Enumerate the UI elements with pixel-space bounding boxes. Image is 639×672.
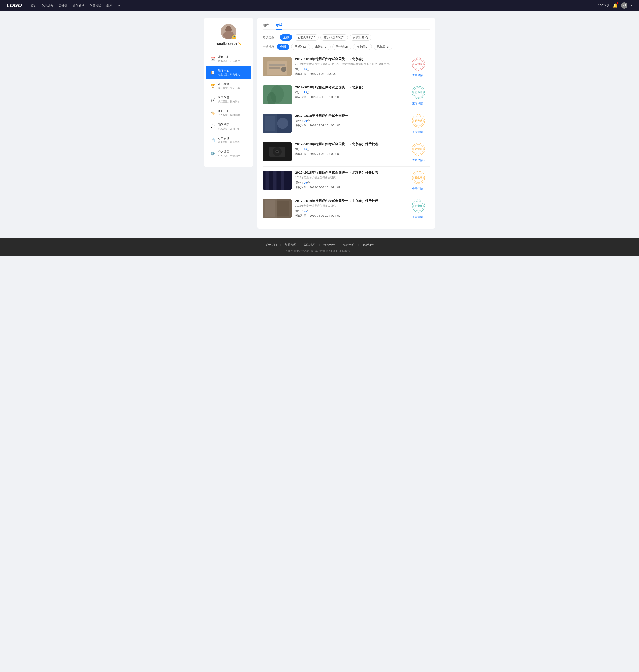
sidebar-item-qa[interactable]: 💬 学习问答 课后重温、疑难解答 — [206, 93, 251, 106]
sidebar-item-settings[interactable]: ⚙️ 个人设置 个人信息、一键管理 — [206, 147, 251, 160]
exam-status-wrap-2: 已通过 查看详情 › — [407, 85, 430, 106]
sidebar-label-account: 账户中心 — [218, 109, 240, 113]
nav-link-新闻资讯[interactable]: 新闻资讯 — [73, 3, 84, 7]
sidebar-sub-orders: 订单支出、明明白白 — [218, 141, 240, 144]
exam-detail-link-1[interactable]: 查看详情 › — [412, 74, 424, 77]
nav-link-首页[interactable]: 首页 — [31, 3, 36, 7]
nav-bell[interactable]: 🔔 — [613, 3, 618, 8]
exam-stamp-1: 未通过 — [411, 57, 425, 71]
sidebar-item-account[interactable]: 🏷️ 账户中心 个人权益、实时掌握 — [206, 107, 251, 119]
exam-item-6: 2017–2018年行测证件考试全国统一（北京卷）付费批卷 2018年行测考试是… — [263, 195, 430, 223]
exam-type-btn-2[interactable]: 随机抽题考试(5) — [321, 34, 348, 41]
tab-question-bank[interactable]: 题库 — [263, 23, 269, 30]
exam-type-btn-0[interactable]: 全部 — [280, 34, 292, 41]
exam-thumb-2 — [263, 85, 292, 105]
sidebar-text-settings: 个人设置 个人信息、一键管理 — [218, 150, 240, 158]
exam-info-6: 2017–2018年行测证件考试全国统一（北京卷）付费批卷 2018年行测考试是… — [295, 199, 404, 218]
exam-item-3: 2017–2018年行测证件考试全国统一 得分：99分 考试时间：2019-05… — [263, 110, 430, 138]
svg-point-31 — [277, 151, 278, 153]
sidebar-item-orders[interactable]: 📄 订单管理 订单支出、明明白白 — [206, 133, 251, 147]
svg-text:待批阅: 待批阅 — [415, 176, 422, 179]
sidebar-name-text: Natalie Smith — [216, 42, 237, 46]
exam-thumb-5 — [263, 171, 292, 190]
sidebar-sub-certificate: 收获荣誉、持证上岗 — [218, 86, 240, 90]
exam-info-3: 2017–2018年行测证件考试全国统一 得分：99分 考试时间：2019-05… — [295, 114, 404, 128]
exam-detail-link-2[interactable]: 查看详情 › — [412, 102, 424, 106]
exam-stamp-6: 已批阅 — [411, 199, 425, 213]
nav-link-公开课[interactable]: 公开课 — [59, 3, 67, 7]
exam-status-filter-row: 考试状态 全部已通过(2)未通过(2)待考试(2)待批阅(2)已批阅(2) — [263, 44, 430, 50]
exam-time-1: 考试时间：2019-05-03 10:09:09 — [295, 72, 404, 76]
sidebar-label-question-bank: 题库中心 — [218, 68, 240, 73]
exam-desc-5: 2018年行测考试是最值得多去研究 — [295, 176, 402, 179]
footer-link-1[interactable]: 加盟代理 — [281, 243, 300, 247]
sidebar-item-messages[interactable]: 💭 我的消息 消息通知、及时了解 — [206, 120, 251, 133]
nav-app-download[interactable]: APP下载 — [598, 3, 609, 7]
exam-type-btn-1[interactable]: 证书类考试(4) — [294, 34, 318, 41]
exam-detail-link-6[interactable]: 查看详情 › — [412, 215, 424, 219]
main-content: 题库 考试 考试类型： 全部证书类考试(4)随机抽题考试(5)付费批卷(6) 考… — [258, 18, 435, 229]
exam-stamp-3: 待考试 — [411, 114, 425, 128]
exam-status-btn-1[interactable]: 已通过(2) — [291, 44, 310, 50]
footer: 关于我们 | 加盟代理 | 网站地图 | 合作伙伴 | 免责声明 | 招贤纳士 … — [0, 238, 639, 256]
exam-score-4: 得分：25分 — [295, 147, 404, 151]
sidebar-label-messages: 我的消息 — [218, 123, 240, 127]
sidebar-menu: 📅 课程中心 精彩课程、不容错过 📋 题库中心 海量习题、助力通关 🏆 证书荣誉… — [204, 50, 253, 162]
sidebar-item-question-bank[interactable]: 📋 题库中心 海量习题、助力通关 — [206, 66, 251, 79]
footer-link-2[interactable]: 网站地图 — [300, 243, 319, 247]
footer-link-5[interactable]: 招贤纳士 — [359, 243, 377, 247]
svg-rect-7 — [269, 64, 285, 66]
sidebar-item-certificate[interactable]: 🏆 证书荣誉 收获荣誉、持证上岗 — [206, 79, 251, 93]
sidebar-text-question-bank: 题库中心 海量习题、助力通关 — [218, 68, 240, 76]
sidebar-sub-settings: 个人信息、一键管理 — [218, 154, 240, 158]
exam-list: 2017–2018年行测证件考试全国统一（北京卷） 2018年行测考试是最值得多… — [263, 53, 430, 223]
exam-title-2: 2017–2018年行测证件考试全国统一（北京卷） — [295, 85, 404, 90]
footer-links: 关于我们 | 加盟代理 | 网站地图 | 合作伙伴 | 免责声明 | 招贤纳士 — [0, 243, 639, 247]
exam-type-btn-3[interactable]: 付费批卷(6) — [350, 34, 371, 41]
sidebar: 🏅 Natalie Smith ✏️ 📅 课程中心 精彩课程、不容错过 📋 题库… — [204, 18, 253, 167]
sidebar-icon-messages: 💭 — [211, 124, 215, 129]
exam-status-btn-2[interactable]: 未通过(2) — [312, 44, 331, 50]
sidebar-edit-icon[interactable]: ✏️ — [238, 42, 241, 45]
navbar: LOGO 首页发现课程公开课新闻资讯问答社区题库··· APP下载 🔔 NS ▾ — [0, 0, 639, 11]
nav-avatar[interactable]: NS — [621, 2, 627, 9]
exam-status-wrap-5: 待批阅 查看详情 › — [407, 171, 430, 191]
exam-status-label: 考试状态 — [263, 45, 274, 49]
footer-link-0[interactable]: 关于我们 — [262, 243, 280, 247]
exam-time-6: 考试时间：2019-05-03 10：09：09 — [295, 214, 404, 218]
sidebar-item-course[interactable]: 📅 课程中心 精彩课程、不容错过 — [206, 52, 251, 65]
exam-type-label: 考试类型： — [263, 35, 277, 39]
exam-title-6: 2017–2018年行测证件考试全国统一（北京卷）付费批卷 — [295, 199, 404, 203]
nav-links: 首页发现课程公开课新闻资讯问答社区题库··· — [31, 3, 598, 7]
footer-link-3[interactable]: 合作伙伴 — [320, 243, 339, 247]
nav-link-问答社区[interactable]: 问答社区 — [90, 3, 101, 7]
nav-link-···[interactable]: ··· — [118, 3, 120, 7]
nav-link-发现课程[interactable]: 发现课程 — [42, 3, 53, 7]
nav-link-题库[interactable]: 题库 — [107, 3, 112, 7]
exam-detail-link-3[interactable]: 查看详情 › — [412, 130, 424, 134]
tab-exam[interactable]: 考试 — [276, 23, 282, 30]
exam-status-btn-3[interactable]: 待考试(2) — [332, 44, 351, 50]
notification-dot — [617, 2, 618, 4]
nav-logo[interactable]: LOGO — [7, 3, 22, 9]
exam-time-4: 考试时间：2019-05-03 10：09：09 — [295, 152, 404, 156]
exam-detail-link-5[interactable]: 查看详情 › — [412, 187, 424, 191]
footer-link-4[interactable]: 免责声明 — [339, 243, 358, 247]
exam-status-btn-4[interactable]: 待批阅(2) — [353, 44, 372, 50]
exam-time-3: 考试时间：2019-05-03 10：09：09 — [295, 124, 404, 128]
sidebar-label-course: 课程中心 — [218, 55, 240, 59]
svg-text:已通过: 已通过 — [415, 91, 422, 94]
sidebar-text-account: 账户中心 个人权益、实时掌握 — [218, 109, 240, 117]
exam-thumb-4 — [263, 142, 292, 161]
svg-rect-8 — [269, 67, 280, 69]
nav-dropdown-arrow[interactable]: ▾ — [631, 4, 632, 7]
exam-item-1: 2017–2018年行测证件考试全国统一（北京卷） 2018年行测考试是最值得多… — [263, 53, 430, 81]
sidebar-sub-account: 个人权益、实时掌握 — [218, 114, 240, 117]
exam-score-1: 得分：25分 — [295, 67, 404, 71]
exam-status-btn-5[interactable]: 已批阅(2) — [374, 44, 392, 50]
exam-detail-link-4[interactable]: 查看详情 › — [412, 159, 424, 162]
exam-type-filters: 全部证书类考试(4)随机抽题考试(5)付费批卷(6) — [280, 34, 371, 41]
sidebar-text-course: 课程中心 精彩课程、不容错过 — [218, 55, 240, 63]
sidebar-text-qa: 学习问答 课后重温、疑难解答 — [218, 96, 240, 103]
exam-status-btn-0[interactable]: 全部 — [277, 44, 289, 50]
